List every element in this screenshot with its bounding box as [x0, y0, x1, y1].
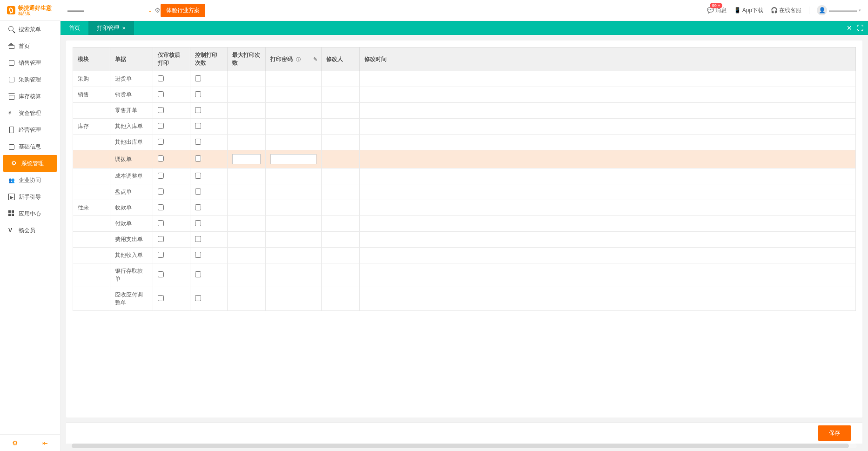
industry-solution-button[interactable]: 体验行业方案	[161, 4, 205, 17]
sidebar-item-6[interactable]: 经营管理	[0, 121, 60, 138]
checkbox-audit-only[interactable]	[158, 91, 164, 97]
checkbox-control-count[interactable]	[195, 295, 201, 301]
cell-control-count	[190, 216, 228, 232]
cell-module: 库存	[73, 119, 110, 135]
cell-modified-time	[360, 216, 856, 232]
checkbox-audit-only[interactable]	[158, 252, 164, 258]
sidebar: 搜索菜单首页销售管理采购管理库存核算资金管理经营管理基础信息系统管理企业协同新手…	[0, 21, 61, 451]
checkbox-control-count[interactable]	[195, 139, 201, 145]
checkbox-audit-only[interactable]	[158, 155, 164, 162]
cell-audit-only	[153, 103, 190, 119]
sidebar-item-1[interactable]: 首页	[0, 38, 60, 54]
cell-modified-time	[360, 200, 856, 216]
sidebar-item-4[interactable]: 库存核算	[0, 88, 60, 105]
sidebar-item-label: 首页	[19, 42, 30, 50]
headset-icon	[771, 7, 777, 13]
work-area: 首页 打印管理 ✕ ✕ ⛶	[61, 21, 868, 451]
checkbox-control-count[interactable]	[195, 188, 201, 195]
tab-close-all-icon[interactable]: ✕	[847, 24, 852, 32]
cell-audit-only	[153, 150, 190, 168]
sidebar-item-label: 资金管理	[19, 109, 41, 117]
edit-icon[interactable]: ✎	[313, 56, 317, 62]
checkbox-control-count[interactable]	[195, 75, 201, 81]
checkbox-control-count[interactable]	[195, 271, 201, 277]
sidebar-item-5[interactable]: 资金管理	[0, 105, 60, 121]
password-input[interactable]	[270, 154, 316, 164]
home-icon	[8, 43, 15, 49]
sidebar-item-11[interactable]: 应用中心	[0, 205, 60, 222]
tenant-name: ▬▬▬	[67, 7, 84, 13]
checkbox-audit-only[interactable]	[158, 295, 164, 301]
cell-control-count	[190, 150, 228, 168]
checkbox-audit-only[interactable]	[158, 204, 164, 210]
chevron-down-icon: ▾	[859, 8, 861, 13]
fullscreen-icon[interactable]: ⛶	[857, 24, 863, 32]
warehouse-icon	[8, 93, 15, 100]
checkbox-audit-only[interactable]	[158, 271, 164, 277]
checkbox-audit-only[interactable]	[158, 75, 164, 81]
checkbox-audit-only[interactable]	[158, 236, 164, 242]
checkbox-control-count[interactable]	[195, 91, 201, 97]
help-icon[interactable]: ⓘ	[296, 57, 301, 62]
online-service-link[interactable]: 在线客服	[771, 7, 801, 14]
tab-print-management[interactable]: 打印管理 ✕	[88, 21, 134, 35]
cell-modified-time	[360, 87, 856, 103]
save-button[interactable]: 保存	[818, 425, 851, 441]
cell-modifier	[322, 87, 360, 103]
user-menu[interactable]: 👤 ▬▬▬▬▬ ▾	[817, 5, 861, 15]
sidebar-item-label: 企业协同	[19, 176, 41, 184]
scrollbar-thumb[interactable]	[72, 444, 849, 448]
checkbox-control-count[interactable]	[195, 155, 201, 162]
sidebar-item-3[interactable]: 采购管理	[0, 71, 60, 88]
sidebar-item-12[interactable]: 畅会员	[0, 222, 60, 239]
checkbox-control-count[interactable]	[195, 123, 201, 129]
settings-icon[interactable]: ⚙	[12, 439, 18, 447]
checkbox-control-count[interactable]	[195, 173, 201, 179]
cell-doc: 零售开单	[110, 103, 153, 119]
sidebar-item-label: 新手引导	[19, 193, 41, 201]
cell-modifier	[322, 103, 360, 119]
close-icon[interactable]: ✕	[122, 26, 126, 31]
cell-module	[73, 287, 110, 311]
tab-home[interactable]: 首页	[61, 21, 88, 35]
checkbox-audit-only[interactable]	[158, 188, 164, 195]
checkbox-audit-only[interactable]	[158, 123, 164, 129]
cell-control-count	[190, 184, 228, 200]
cell-doc: 销货单	[110, 87, 153, 103]
checkbox-control-count[interactable]	[195, 220, 201, 226]
checkbox-control-count[interactable]	[195, 107, 201, 113]
avatar-icon: 👤	[817, 5, 827, 15]
cell-password	[266, 135, 322, 150]
cell-max-count	[228, 119, 266, 135]
checkbox-audit-only[interactable]	[158, 107, 164, 113]
cell-max-count	[228, 216, 266, 232]
cell-control-count	[190, 168, 228, 184]
cell-control-count	[190, 248, 228, 263]
sidebar-item-8[interactable]: 系统管理	[3, 155, 57, 172]
messages-link[interactable]: 99 + 消息	[707, 7, 727, 14]
tenant-selector[interactable]: ▬▬▬ ⌄ ⚙	[67, 7, 161, 14]
cell-password	[266, 184, 322, 200]
table-row: 费用支出单	[73, 232, 856, 248]
gear-icon[interactable]: ⚙	[155, 7, 161, 14]
th-module: 模块	[73, 47, 110, 71]
checkbox-control-count[interactable]	[195, 204, 201, 210]
checkbox-audit-only[interactable]	[158, 139, 164, 145]
sidebar-item-9[interactable]: 企业协同	[0, 172, 60, 188]
th-modified-time: 修改时间	[360, 47, 856, 71]
sidebar-item-0[interactable]: 搜索菜单	[0, 21, 60, 38]
checkbox-audit-only[interactable]	[158, 173, 164, 179]
horizontal-scrollbar[interactable]	[72, 444, 857, 448]
checkbox-control-count[interactable]	[195, 236, 201, 242]
collapse-icon[interactable]: ⇤	[42, 439, 48, 447]
checkbox-control-count[interactable]	[195, 252, 201, 258]
checkbox-audit-only[interactable]	[158, 220, 164, 226]
box-icon	[8, 60, 15, 66]
cell-control-count	[190, 87, 228, 103]
app-download-link[interactable]: App下载	[734, 7, 763, 14]
sidebar-item-10[interactable]: 新手引导	[0, 188, 60, 205]
sidebar-item-7[interactable]: 基础信息	[0, 138, 60, 155]
max-count-input[interactable]	[232, 154, 261, 164]
th-max-count: 最大打印次数	[228, 47, 266, 71]
sidebar-item-2[interactable]: 销售管理	[0, 54, 60, 71]
